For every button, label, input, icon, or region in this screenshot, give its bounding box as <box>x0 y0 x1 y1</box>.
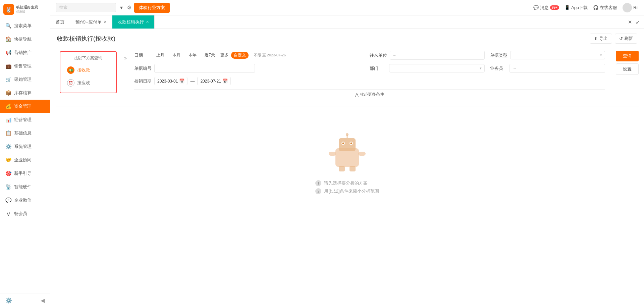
inventory-icon: 📦 <box>5 90 11 96</box>
app-download-btn[interactable]: 📱 App下载 <box>565 5 588 11</box>
date-field: 日期 上月 本月 本年 近7天 更多 自定义 不限 至 2023-07-26 <box>134 52 364 59</box>
staff-dots: ··· <box>513 66 516 71</box>
doc-number-field: 单据编号 <box>134 64 364 73</box>
settings-icon[interactable]: ⚙ <box>127 4 131 11</box>
settings-bottom-icon[interactable]: ⚙️ <box>5 297 12 304</box>
collapse-row: ⋀ 收起更多条件 <box>134 89 605 99</box>
main-content: 搜索 ▾ ⚙ 体验行业方案 💬 消息 99+ 📱 App下载 🎧 在线客服 Ri <box>50 0 644 307</box>
user-area[interactable]: Rit <box>623 3 639 12</box>
close-prepay-tab-icon[interactable]: ✕ <box>104 20 107 24</box>
sidebar-item-wechat[interactable]: 💬 企业微信 <box>0 194 50 207</box>
filter-by-receivable[interactable]: ⏰ 按应收 <box>60 76 116 89</box>
sidebar-item-inventory[interactable]: 📦 库存核算 <box>0 86 50 100</box>
finance-icon: 💰 <box>5 103 11 109</box>
member-icon: V <box>5 211 11 217</box>
sidebar-item-sales[interactable]: 💼 销售管理 <box>0 59 50 73</box>
marketing-icon: 📢 <box>5 50 11 56</box>
form-row-1: 日期 上月 本月 本年 近7天 更多 自定义 不限 至 2023-07-26 <box>134 51 605 60</box>
search-icon: 🔍 <box>5 23 11 29</box>
customer-service-btn[interactable]: 🎧 在线客服 <box>593 5 617 11</box>
industry-btn[interactable]: 体验行业方案 <box>134 3 170 13</box>
header-search-area: 搜索 ▾ ⚙ 体验行业方案 <box>56 3 529 13</box>
svg-rect-1 <box>339 138 356 151</box>
message-btn[interactable]: 💬 消息 99+ <box>533 5 559 11</box>
collapse-filter-icon[interactable]: » <box>122 55 129 61</box>
svg-point-4 <box>342 143 344 144</box>
tab-prepay-offset[interactable]: 预付冲应付单 ✕ <box>70 15 112 29</box>
sidebar-item-basic-info[interactable]: 📋 基础信息 <box>0 126 50 140</box>
doc-type-select[interactable]: ▾ <box>510 51 605 59</box>
collapse-sidebar-icon[interactable]: ◀ <box>41 297 45 304</box>
sidebar-item-hardware[interactable]: 📡 智能硬件 <box>0 180 50 194</box>
sidebar-label-finance: 资金管理 <box>14 103 32 109</box>
collapse-label: 收起更多条件 <box>360 92 384 97</box>
date-last-month[interactable]: 上月 <box>154 52 167 59</box>
filter-by-receipt[interactable]: 💵 按收款 <box>60 64 116 76</box>
doc-number-input[interactable] <box>154 64 255 73</box>
verify-date-label: 核销日期 <box>134 78 152 84</box>
calendar-end-icon: 📅 <box>222 79 228 84</box>
sidebar-item-purchase[interactable]: 🛒 采购管理 <box>0 73 50 86</box>
tab-receipt-offset[interactable]: 收款核销执行 ✕ <box>112 15 155 29</box>
empty-robot-svg <box>327 133 367 173</box>
filter-panel: 按以下方案查询 💵 按收款 ⏰ 按应收 <box>60 51 117 93</box>
sidebar-bottom: ⚙️ ◀ <box>0 294 50 307</box>
export-icon: ⬆ <box>594 36 598 41</box>
svg-rect-9 <box>358 152 366 156</box>
verify-end-text: 2023-07-21 <box>200 79 221 84</box>
dept-select[interactable]: ▾ <box>389 64 485 72</box>
system-icon: ⚙️ <box>5 144 11 150</box>
doc-type-label: 单据类型 <box>490 52 507 58</box>
close-receipt-tab-icon[interactable]: ✕ <box>146 20 149 24</box>
page-header: 收款核销执行(按收款) ⬆ 导出 ↺ 刷新 <box>50 29 644 47</box>
settings-btn[interactable]: 设置 <box>616 63 639 75</box>
app-badge: 标准版 <box>16 10 38 14</box>
close-all-tabs-icon[interactable]: ✕ <box>628 19 632 25</box>
verify-date-end-input[interactable]: 2023-07-21 📅 <box>197 77 230 85</box>
export-btn[interactable]: ⬆ 导出 <box>590 34 612 44</box>
tab-bar-actions: ✕ ⤢ <box>624 15 644 29</box>
app-download-label: App下载 <box>571 5 588 11</box>
verify-date-start-input[interactable]: 2023-03-01 📅 <box>154 77 187 85</box>
sidebar-item-marketing[interactable]: 📢 营销推广 <box>0 46 50 59</box>
sidebar-item-system[interactable]: ⚙️ 系统管理 <box>0 140 50 153</box>
query-form: 日期 上月 本月 本年 近7天 更多 自定义 不限 至 2023-07-26 <box>129 47 610 103</box>
expand-tab-icon[interactable]: ⤢ <box>636 19 640 25</box>
refresh-btn[interactable]: ↺ 刷新 <box>615 34 637 44</box>
date-7-days[interactable]: 近7天 <box>202 52 218 59</box>
dept-field: 部门 ▾ <box>370 64 485 72</box>
dept-label: 部门 <box>370 65 386 71</box>
staff-input[interactable]: ··· <box>509 64 605 73</box>
sidebar-item-finance[interactable]: 💰 资金管理 <box>0 100 50 113</box>
sidebar-item-search[interactable]: 🔍 搜索菜单 <box>0 19 50 33</box>
app-icon: 📱 <box>565 5 570 10</box>
counterpart-input[interactable]: ··· <box>390 51 485 60</box>
refresh-icon: ↺ <box>619 36 623 41</box>
header-search-box[interactable]: 搜索 <box>56 3 116 12</box>
sidebar-item-guide[interactable]: 🎯 新手引导 <box>0 167 50 180</box>
purchase-icon: 🛒 <box>5 76 11 83</box>
query-btn[interactable]: 查询 <box>616 51 639 61</box>
sidebar-item-enterprise[interactable]: 🤝 企业协同 <box>0 153 50 167</box>
date-label: 日期 <box>134 52 151 58</box>
sidebar-item-member[interactable]: V 畅会员 <box>0 207 50 220</box>
operations-icon: 📊 <box>5 117 11 123</box>
doc-number-label: 单据编号 <box>134 65 152 71</box>
sidebar-item-quick-nav[interactable]: 🏠 快捷导航 <box>0 33 50 46</box>
date-this-year[interactable]: 本年 <box>186 52 199 59</box>
basic-info-icon: 📋 <box>5 130 11 136</box>
svg-rect-10 <box>339 166 345 171</box>
filter-receivable-label: 按应收 <box>77 80 90 86</box>
sidebar-item-operations[interactable]: 📊 经营管理 <box>0 113 50 126</box>
collapse-more-btn[interactable]: ⋀ 收起更多条件 <box>355 92 384 97</box>
gear-icon[interactable]: ▾ <box>120 4 123 11</box>
tab-home[interactable]: 首页 <box>50 15 70 29</box>
empty-state: 1 请先选择要分析的方案 2 用[过滤]条件来缩小分析范围 <box>50 106 644 223</box>
date-custom[interactable]: 自定义 <box>231 52 249 59</box>
sidebar-label-marketing: 营销推广 <box>14 50 32 56</box>
date-more[interactable]: 更多 <box>220 52 228 58</box>
date-filter: 上月 本月 本年 近7天 更多 自定义 <box>154 52 249 59</box>
form-row-3: 核销日期 2023-03-01 📅 — 2023-07-21 📅 <box>134 77 605 85</box>
date-this-month[interactable]: 本月 <box>170 52 183 59</box>
sidebar: 🐰 畅捷通好生意 标准版 🔍 搜索菜单 🏠 快捷导航 📢 营销推广 💼 销售管理… <box>0 0 50 307</box>
